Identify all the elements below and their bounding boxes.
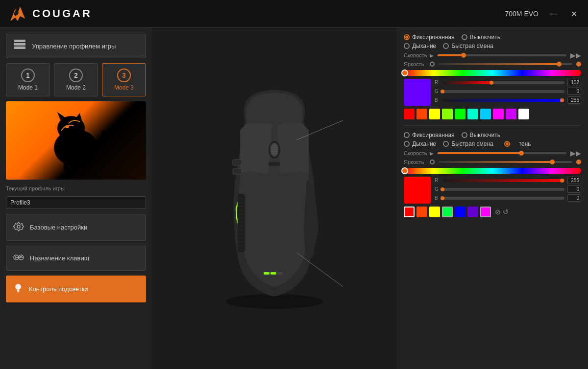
fastchange-label-top: Быстрая смена bbox=[451, 43, 493, 49]
current-profile-input[interactable] bbox=[6, 196, 146, 209]
preset-red-top[interactable] bbox=[404, 109, 415, 119]
svg-point-25 bbox=[15, 284, 21, 290]
preset-cyan-top[interactable] bbox=[480, 109, 491, 119]
brightness-track-top[interactable] bbox=[439, 63, 572, 65]
mode3-button[interactable]: 3 Mode 3 bbox=[102, 63, 146, 96]
preset-teal-top[interactable] bbox=[467, 109, 478, 119]
speed-label-bottom: Скорость bbox=[404, 150, 426, 156]
preset-purple-top[interactable] bbox=[506, 109, 516, 119]
preset-orange-bottom[interactable] bbox=[416, 207, 427, 217]
b-track-top[interactable] bbox=[442, 99, 564, 102]
fastchange-radio-bottom[interactable]: Быстрая смена bbox=[443, 140, 493, 147]
preset-colors-bottom: ⊘ ↺ bbox=[404, 207, 581, 217]
slash-circle-icon[interactable]: ⊘ bbox=[495, 208, 501, 216]
r-slider-top: R 102 bbox=[435, 79, 581, 86]
svg-point-24 bbox=[22, 257, 23, 258]
g-label-bottom: G bbox=[435, 186, 440, 192]
preset-magenta-top[interactable] bbox=[493, 109, 504, 119]
sidebar: Управление профилем игры 1 Mode 1 2 Mode… bbox=[0, 28, 152, 369]
r-track-top[interactable] bbox=[442, 81, 564, 84]
b-track-bottom[interactable] bbox=[442, 197, 564, 200]
mode1-button[interactable]: 1 Mode 1 bbox=[6, 63, 50, 96]
fixed-radio-dot-top bbox=[404, 34, 410, 40]
r-thumb-top bbox=[490, 81, 493, 85]
off-radio-bottom[interactable]: Выключить bbox=[462, 132, 500, 138]
speed-label-top: Скорость bbox=[404, 52, 426, 58]
svg-rect-39 bbox=[233, 168, 242, 174]
key-assignment-button[interactable]: Назначение клавиш bbox=[6, 246, 146, 271]
speed-arrow-left-bottom[interactable]: ▶ bbox=[430, 151, 434, 156]
rgb-sliders-bottom: R 255 G 0 bbox=[435, 177, 581, 203]
preset-magenta-bottom[interactable] bbox=[480, 207, 491, 217]
svg-rect-2 bbox=[14, 40, 25, 42]
breath-radio-top[interactable]: Дыхание bbox=[404, 43, 436, 49]
hue-track-bottom[interactable] bbox=[404, 168, 581, 174]
fastchange-label-bottom: Быстрая смена bbox=[451, 140, 493, 147]
off-radio-top[interactable]: Выключить bbox=[462, 34, 500, 41]
profile-image bbox=[6, 101, 146, 180]
shadow-label: тень bbox=[519, 140, 531, 147]
lighting-control-button[interactable]: Контроль подсветки bbox=[6, 276, 146, 302]
preset-lime-top[interactable] bbox=[442, 109, 453, 119]
logo-text: COUGAR bbox=[32, 7, 92, 20]
mode1-number: 1 bbox=[21, 69, 35, 82]
brightness-label-bottom: Яркость bbox=[404, 159, 426, 165]
preset-orange-top[interactable] bbox=[416, 109, 427, 119]
color-preview-bottom[interactable] bbox=[404, 177, 431, 204]
g-track-top[interactable] bbox=[442, 90, 564, 93]
speed-slider-bottom: Скорость ▶ ▶▶ bbox=[404, 149, 581, 157]
speed-arrow-left-top[interactable]: ▶ bbox=[430, 53, 434, 58]
brightness-track-bottom[interactable] bbox=[439, 161, 572, 163]
svg-rect-26 bbox=[17, 290, 20, 291]
hue-slider-top[interactable] bbox=[404, 70, 581, 76]
r-track-bottom[interactable] bbox=[442, 179, 564, 182]
minimize-button[interactable]: — bbox=[546, 8, 560, 19]
hue-thumb-bottom bbox=[401, 167, 408, 174]
preset-green-top[interactable] bbox=[455, 109, 466, 119]
preset-green-bottom[interactable] bbox=[442, 207, 453, 217]
preset-purple-bottom[interactable] bbox=[467, 207, 478, 217]
mode2-label: Mode 2 bbox=[66, 84, 86, 91]
g-track-bottom[interactable] bbox=[442, 188, 564, 191]
preset-red-bottom[interactable] bbox=[404, 207, 415, 217]
hue-slider-bottom[interactable] bbox=[404, 168, 581, 174]
hue-track-top[interactable] bbox=[404, 70, 581, 76]
fastchange-radio-top[interactable]: Быстрая смена bbox=[443, 43, 493, 49]
center-area bbox=[152, 28, 397, 369]
brightness-slider-bottom: Яркость bbox=[404, 159, 581, 165]
svg-rect-10 bbox=[64, 160, 69, 171]
speed-arrow-right-top[interactable]: ▶▶ bbox=[570, 51, 581, 59]
speed-arrow-right-bottom[interactable]: ▶▶ bbox=[570, 149, 581, 157]
color-preview-top[interactable] bbox=[404, 79, 431, 106]
r-value-top: 102 bbox=[567, 79, 581, 86]
basic-settings-button[interactable]: Базовые настройки bbox=[6, 214, 146, 241]
profile-management-button[interactable]: Управление профилем игры bbox=[6, 34, 146, 58]
preset-blue-bottom[interactable] bbox=[455, 207, 466, 217]
off-radio-dot-bottom bbox=[462, 132, 467, 138]
breath-radio-bottom[interactable]: Дыхание bbox=[404, 140, 436, 147]
key-assignment-label: Назначение клавиш bbox=[30, 254, 89, 262]
mouse-svg bbox=[186, 81, 363, 316]
fixed-radio-top[interactable]: Фиксированная bbox=[404, 34, 455, 41]
off-label-bottom: Выключить bbox=[470, 132, 500, 138]
off-radio-dot-top bbox=[462, 34, 467, 40]
preset-yellow-top[interactable] bbox=[429, 109, 440, 119]
preset-yellow-bottom[interactable] bbox=[429, 207, 440, 217]
svg-rect-12 bbox=[81, 159, 86, 169]
mode2-button[interactable]: 2 Mode 2 bbox=[54, 63, 98, 96]
svg-rect-37 bbox=[269, 162, 280, 166]
close-button[interactable]: ✕ bbox=[568, 8, 580, 20]
preset-white-top[interactable] bbox=[518, 109, 529, 119]
speed-track-bottom[interactable] bbox=[438, 152, 566, 154]
color-picker-top: R 102 G 0 bbox=[404, 79, 581, 106]
speed-track-top[interactable] bbox=[438, 54, 566, 56]
b-value-bottom: 0 bbox=[567, 194, 581, 202]
right-panel: Фиксированная Выключить Дыхание Быстрая … bbox=[397, 28, 588, 369]
g-value-bottom: 0 bbox=[567, 185, 581, 193]
refresh-icon[interactable]: ↺ bbox=[503, 208, 509, 216]
color-picker-bottom: R 255 G 0 bbox=[404, 177, 581, 204]
fixed-radio-bottom[interactable]: Фиксированная bbox=[404, 132, 455, 138]
mode3-number: 3 bbox=[117, 69, 131, 82]
profile-icon bbox=[13, 39, 26, 53]
svg-point-19 bbox=[15, 258, 16, 259]
